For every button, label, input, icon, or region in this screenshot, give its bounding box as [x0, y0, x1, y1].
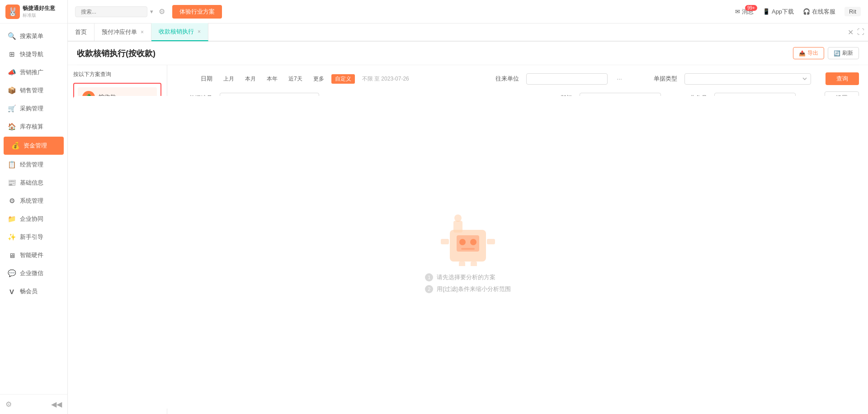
empty-tip-1: 1 请先选择要分析的方案: [425, 273, 510, 281]
sidebar-item-finance[interactable]: 💰 资金管理: [4, 137, 64, 155]
marketing-icon: 📣: [7, 68, 16, 77]
topbar: ▾ ⚙ 体验行业方案 ✉ 消息 99+ 📱 App下载 🎧 在线客服 Rit: [68, 0, 868, 24]
content-toolbar: 📤 导出 🔄 刷新: [793, 47, 859, 65]
date-custom-badge[interactable]: 自定义: [331, 74, 355, 84]
sidebar-item-purchase[interactable]: 🛒 采购管理: [0, 100, 67, 118]
app-icon: 📱: [763, 8, 770, 15]
sidebar-item-enterprise[interactable]: 📁 企业协同: [0, 210, 67, 228]
sidebar-item-inventory[interactable]: 🏠 库存核算: [0, 118, 67, 136]
query-button[interactable]: 查询: [826, 72, 859, 85]
message-badge: 99+: [745, 5, 757, 11]
counterparty-ellipsis[interactable]: ···: [617, 75, 622, 82]
topbar-dropdown-icon[interactable]: ▾: [150, 8, 153, 15]
sidebar-item-operations[interactable]: 📋 经营管理: [0, 156, 67, 174]
solution-button[interactable]: 体验行业方案: [172, 5, 222, 19]
date-last-7-days[interactable]: 近7天: [285, 74, 306, 84]
system-icon: ⚙: [7, 196, 16, 205]
date-label: 日期: [185, 75, 212, 83]
sidebar-item-member[interactable]: V 畅会员: [0, 282, 67, 300]
tab-receipt-writeoff-close[interactable]: ×: [198, 29, 201, 35]
doc-type-label: 单据类型: [646, 75, 677, 83]
topbar-search-input[interactable]: [75, 6, 147, 17]
filter-row-1: 日期 上月 本月 本年 近7天 更多 自定义 不限 至 2023-07-26: [185, 72, 859, 85]
empty-illustration: [436, 212, 500, 266]
counterparty-input[interactable]: [526, 73, 608, 85]
main-area: ▾ ⚙ 体验行业方案 ✉ 消息 99+ 📱 App下载 🎧 在线客服 Rit 首…: [68, 0, 868, 414]
sidebar-item-system[interactable]: ⚙ 系统管理: [0, 192, 67, 210]
filter-data-container: 按以下方案查询 💲 按收款 🕐 按应收 《: [68, 65, 868, 414]
date-this-month[interactable]: 本月: [241, 74, 259, 84]
sales-icon: 📦: [7, 86, 16, 95]
svg-rect-8: [471, 262, 477, 266]
basic-info-icon: 📰: [7, 178, 16, 187]
counterparty-label: 往来单位: [487, 75, 519, 83]
tab-prepayment[interactable]: 预付冲应付单 ×: [94, 23, 151, 41]
message-icon: ✉: [735, 8, 740, 15]
empty-tips: 1 请先选择要分析的方案 2 用[过滤]条件来缩小分析范围: [425, 273, 510, 293]
online-service-button[interactable]: 🎧 在线客服: [803, 8, 835, 16]
hardware-icon: 🖥: [7, 251, 16, 260]
tab-prepayment-close[interactable]: ×: [141, 29, 144, 35]
logo-icon: 🐰: [5, 5, 20, 19]
tabbar: 首页 预付冲应付单 × 收款核销执行 × ✕ ⛶: [68, 24, 868, 42]
empty-svg: [436, 212, 500, 266]
sidebar-item-marketing[interactable]: 📣 营销推广: [0, 63, 67, 81]
empty-state: 1 请先选择要分析的方案 2 用[过滤]条件来缩小分析范围: [425, 212, 510, 293]
sidebar-item-guide[interactable]: ✨ 新手引导: [0, 228, 67, 246]
tip-num-2: 2: [425, 285, 433, 293]
refresh-button[interactable]: 🔄 刷新: [828, 47, 859, 59]
message-button[interactable]: ✉ 消息 99+: [735, 8, 754, 16]
page-title: 收款核销执行(按收款): [77, 48, 156, 59]
date-note: 不限 至 2023-07-26: [362, 75, 409, 83]
service-icon: 🎧: [803, 8, 810, 15]
guide-icon: ✨: [7, 233, 16, 242]
doc-type-select-wrapper: [684, 73, 811, 85]
sidebar: 🐰 畅捷通好生意 标准版 🔍 搜索菜单 ⊞ 快捷导航 📣 营销推广 📦 销售管理…: [0, 0, 68, 414]
tip-num-1: 1: [425, 273, 433, 281]
wechat-icon: 💬: [7, 269, 16, 278]
date-last-month[interactable]: 上月: [220, 74, 238, 84]
sidebar-bottom: ⚙ ◀◀: [0, 394, 67, 414]
date-this-year[interactable]: 本年: [263, 74, 281, 84]
finance-icon: 💰: [11, 141, 20, 150]
content-area: 收款核销执行(按收款) 📤 导出 🔄 刷新 按以下方案查询: [68, 42, 868, 414]
inventory-icon: 🏠: [7, 122, 16, 131]
collapse-icon[interactable]: ◀◀: [51, 400, 62, 409]
svg-rect-5: [441, 239, 449, 244]
date-shortcuts: 上月 本月 本年 近7天 更多 自定义: [220, 74, 355, 84]
search-icon: 🔍: [7, 32, 16, 41]
date-more[interactable]: 更多: [310, 74, 328, 84]
svg-point-10: [454, 214, 462, 222]
data-area: 1 请先选择要分析的方案 2 用[过滤]条件来缩小分析范围: [73, 96, 863, 409]
sidebar-item-quick-nav[interactable]: ⊞ 快捷导航: [0, 45, 67, 63]
export-icon: 📤: [799, 50, 806, 57]
sidebar-item-basic-info[interactable]: 📰 基础信息: [0, 174, 67, 192]
doc-type-select[interactable]: [684, 73, 811, 85]
sidebar-item-sales[interactable]: 📦 销售管理: [0, 81, 67, 100]
sidebar-item-wechat[interactable]: 💬 企业微信: [0, 264, 67, 282]
empty-tip-2: 2 用[过滤]条件来缩小分析范围: [425, 285, 510, 293]
content-header: 收款核销执行(按收款) 📤 导出 🔄 刷新: [68, 42, 868, 65]
sidebar-item-hardware[interactable]: 🖥 智能硬件: [0, 246, 67, 264]
svg-point-2: [459, 239, 466, 245]
settings-bottom-icon[interactable]: ⚙: [5, 400, 12, 409]
member-icon: V: [7, 287, 16, 296]
purchase-icon: 🛒: [7, 104, 16, 113]
svg-rect-9: [453, 221, 462, 233]
app-download-button[interactable]: 📱 App下载: [763, 8, 794, 16]
topbar-gear-icon[interactable]: ⚙: [159, 7, 165, 16]
grid-icon: ⊞: [7, 50, 16, 59]
refresh-icon: 🔄: [834, 50, 840, 57]
sidebar-item-search[interactable]: 🔍 搜索菜单: [0, 27, 67, 45]
export-button[interactable]: 📤 导出: [793, 47, 824, 59]
tabbar-expand-button[interactable]: ⛶: [857, 28, 864, 36]
tab-home[interactable]: 首页: [68, 23, 94, 41]
svg-point-3: [470, 239, 476, 245]
svg-rect-6: [487, 239, 495, 244]
user-info[interactable]: Rit: [844, 7, 861, 16]
tabbar-close-button[interactable]: ✕: [848, 28, 854, 37]
tab-receipt-writeoff[interactable]: 收款核销执行 ×: [151, 23, 208, 41]
logo-text: 畅捷通好生意 标准版: [23, 5, 55, 19]
filter-panel-title: 按以下方案查询: [73, 71, 161, 78]
sidebar-logo: 🐰 畅捷通好生意 标准版: [0, 0, 67, 24]
